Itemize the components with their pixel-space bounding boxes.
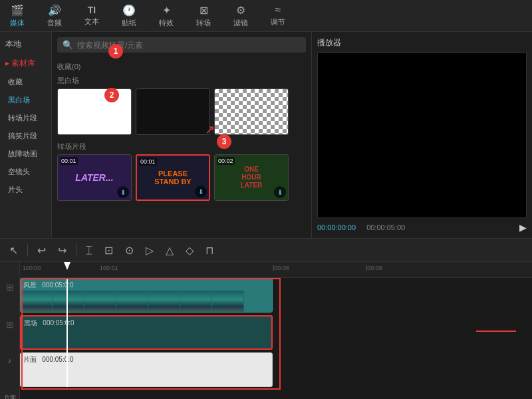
top-toolbar: 🎬 媒体 🔊 音频 TI 文本 🕐 贴纸 ✦ 特效 ⊠ 转场 ⚙ 滤镜 ≈ 调节 — [0, 0, 532, 32]
please-stand-by-card[interactable]: PLEASESTAND BY 00:01 ⬇ — [136, 154, 210, 201]
ruler-mark-0: 100:00 — [23, 265, 41, 271]
crop-btn[interactable]: ⊡ — [102, 243, 116, 258]
section-favorites-title: 收藏(0) — [57, 62, 306, 72]
toolbar-filters-label: 滤镜 — [233, 18, 248, 28]
later-text: LATER... — [75, 172, 113, 183]
checker-card[interactable] — [214, 88, 289, 135]
annotation-4-line — [476, 331, 516, 332]
effects-icon: ✦ — [162, 4, 171, 17]
white-card[interactable] — [57, 88, 132, 135]
split-btn[interactable]: ⌶ — [83, 243, 95, 257]
thumb-6 — [180, 291, 212, 313]
video-thumbnails — [21, 291, 272, 313]
thumb-5 — [148, 291, 180, 313]
thumb-4 — [116, 291, 148, 313]
search-icon: 🔍 — [63, 40, 73, 50]
thumb-3 — [84, 291, 116, 313]
later-download[interactable]: ⬇ — [117, 186, 129, 198]
toolbar-text[interactable]: TI 文本 — [80, 5, 104, 27]
sidebar-item-local[interactable]: 本地 — [0, 35, 51, 54]
toolbar-transitions[interactable]: ⊠ 转场 — [192, 4, 215, 28]
toolbar-effects[interactable]: ✦ 特效 — [154, 4, 178, 28]
checker-card-inner — [215, 89, 288, 134]
preview-title: 播放器 — [317, 37, 527, 49]
video-clip[interactable]: 风景 000:05:0:0 — [20, 278, 273, 313]
play-tl-btn[interactable]: ▷ — [143, 243, 156, 258]
filters-icon: ⚙ — [236, 4, 245, 17]
sidebar-item-funny-clips[interactable]: 搞笑片段 — [0, 127, 51, 145]
trim-btn[interactable]: ⊓ — [203, 243, 216, 258]
sidebar-item-transition-clips[interactable]: 转场片段 — [0, 109, 51, 127]
toolbar-adjust-label: 调节 — [271, 17, 285, 27]
timeline-ruler: 100:00 100:01 |00:06 |00:09 — [20, 262, 532, 278]
record-btn[interactable]: ⊙ — [122, 243, 136, 258]
psb-download[interactable]: ⬇ — [195, 186, 207, 198]
toolbar-adjust[interactable]: ≈ 调节 — [266, 4, 290, 27]
keyframe-btn[interactable]: △ — [163, 243, 176, 258]
redo-btn[interactable]: ↪ — [55, 243, 69, 258]
audio-clip[interactable]: 片面 000:05:0:0 — [20, 352, 273, 387]
adjust-icon: ≈ — [275, 4, 281, 16]
sidebar-item-library[interactable]: ▸ 素材库 — [0, 54, 51, 73]
tl-side-icon-2[interactable]: ⊞ — [6, 319, 14, 330]
sidebar-item-intro[interactable]: 片头 — [0, 181, 51, 199]
video-track: 风景 000:05:0:0 — [20, 278, 532, 313]
playhead-top — [64, 262, 70, 270]
cursor-tool[interactable]: ↖ — [7, 243, 21, 258]
audio-track: 片面 000:05:0:0 — [20, 352, 532, 387]
later-timestamp: 00:01 — [60, 157, 78, 165]
sidebar-item-slow[interactable]: 空镜头 — [0, 163, 51, 181]
timeline-area: ⊞ ⊞ ♪ 片面 100:00 100:01 |00:06 |00:09 风景 … — [0, 262, 532, 399]
toolbar-media-label: 媒体 — [10, 18, 25, 28]
toolbar-transitions-label: 转场 — [196, 18, 211, 28]
timeline-toolbar: ↖ ↩ ↪ ⌶ ⊡ ⊙ ▷ △ ◇ ⊓ — [0, 238, 532, 262]
please-stand-by-text: PLEASESTAND BY — [154, 170, 191, 186]
black-card[interactable] — [136, 88, 210, 135]
tl-audio-icon: ♪ — [8, 356, 12, 364]
sidebar-item-glitch[interactable]: 故障动画 — [0, 145, 51, 163]
play-button[interactable]: ▶ — [519, 222, 527, 233]
ruler-mark-2: |00:06 — [273, 265, 289, 271]
search-bar[interactable]: 🔍 — [57, 37, 306, 53]
section-blackwhite-title: 黑白场 — [57, 76, 306, 86]
timeline-main[interactable]: 100:00 100:01 |00:06 |00:09 风景 000:05:0:… — [20, 262, 532, 399]
ruler-mark-1: 100:01 — [100, 265, 118, 271]
thumb-1 — [21, 291, 53, 313]
ohl-download[interactable]: ⬇ — [274, 186, 286, 198]
left-sidebar: 本地 ▸ 素材库 收藏 黑白场 转场片段 搞笑片段 故障动画 空镜头 片头 — [0, 32, 52, 238]
diamond-btn[interactable]: ◇ — [183, 243, 196, 258]
content-scroll: 收藏(0) 黑白场 转场片段 LATER... — [52, 55, 311, 238]
black-clip[interactable]: 黑场 000:05:0:0 — [20, 315, 273, 350]
transitions-grid: LATER... 00:01 ⬇ PLEASESTAND BY 00:01 ⬇ — [57, 154, 306, 201]
audio-icon: 🔊 — [48, 4, 61, 17]
annotation-circle-2: 2 — [104, 88, 119, 102]
toolbar-stickers-label: 贴纸 — [122, 18, 136, 28]
one-hour-later-card[interactable]: ONEHOURLATER 00:02 ⬇ — [214, 154, 289, 201]
annotation-3-arrow: ↗ — [205, 122, 215, 137]
toolbar-effects-label: 特效 — [159, 18, 174, 28]
stickers-icon: 🕐 — [122, 4, 136, 17]
preview-current-time: 00:00:00:00 — [317, 223, 356, 231]
media-icon: 🎬 — [11, 4, 24, 17]
tl-side-icon-1[interactable]: ⊞ — [6, 282, 14, 293]
white-card-inner — [58, 89, 131, 134]
tl-audio-label: 片面 — [4, 394, 16, 399]
tl-sep-2 — [76, 244, 76, 256]
text-icon: TI — [88, 5, 96, 15]
toolbar-stickers[interactable]: 🕐 贴纸 — [117, 4, 141, 28]
black-white-grid — [57, 88, 306, 135]
preview-panel: 播放器 00:00:00:00 00:00:05:00 ▶ — [311, 32, 532, 238]
sidebar-item-black-screen[interactable]: 黑白场 — [0, 91, 51, 109]
toolbar-media[interactable]: 🎬 媒体 — [5, 4, 29, 28]
toolbar-filters[interactable]: ⚙ 滤镜 — [229, 4, 253, 28]
later-card[interactable]: LATER... 00:01 ⬇ — [57, 154, 132, 201]
section-transitions-title: 转场片段 — [57, 142, 306, 152]
preview-controls: 00:00:00:00 00:00:05:00 ▶ — [317, 222, 527, 233]
sidebar-item-favorites[interactable]: 收藏 — [0, 73, 51, 91]
playhead — [66, 278, 68, 387]
ohl-timestamp: 00:02 — [217, 157, 235, 165]
transitions-icon: ⊠ — [200, 4, 208, 17]
undo-btn[interactable]: ↩ — [35, 243, 49, 258]
toolbar-audio[interactable]: 🔊 音频 — [43, 4, 66, 28]
ruler-mark-3: |00:09 — [366, 265, 382, 271]
